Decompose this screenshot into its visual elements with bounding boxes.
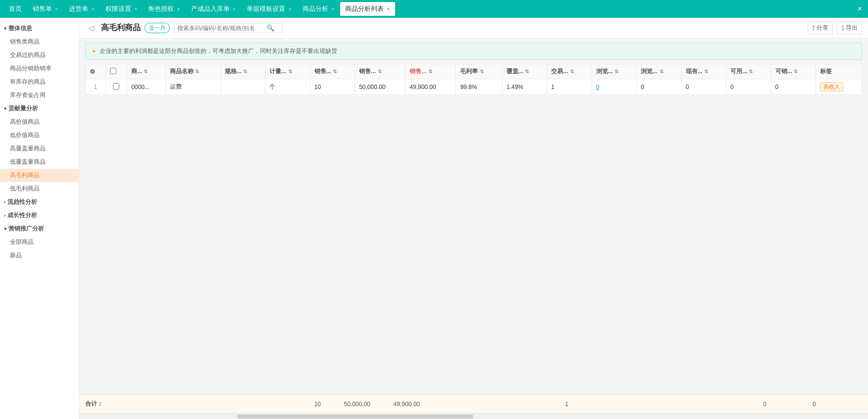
collapse-sidebar-button[interactable]: ◁ (85, 22, 97, 34)
col-unit[interactable]: 计量... ⇅ (265, 64, 310, 79)
search-icon[interactable]: 🔍 (266, 24, 274, 32)
products-table: ⚙ 商... ⇅ 商品名称 ⇅ 规格... ⇅ 计量... ⇅ 销售... ⇅ … (85, 64, 862, 95)
sidebar-section-trend[interactable]: › 流趋性分析 (0, 195, 79, 209)
sidebar-section-overall[interactable]: ▾ 整体信息 (0, 22, 79, 35)
horizontal-scrollbar[interactable] (79, 413, 868, 419)
col-spec[interactable]: 规格... ⇅ (220, 64, 265, 79)
tab-permission-settings[interactable]: 权限设置 × (101, 2, 142, 16)
sidebar-item-all-products[interactable]: 全部商品 (0, 235, 79, 249)
sidebar-item-low-value[interactable]: 低价值商品 (0, 129, 79, 142)
col-sales-amt[interactable]: 销售... ⇅ (355, 64, 406, 79)
col-settings[interactable]: ⚙ (86, 64, 106, 79)
tab-analysis-list[interactable]: 商品分析列表 × (340, 2, 395, 16)
row-name: 运费 (166, 79, 221, 95)
col-view2[interactable]: 浏览... ⇅ (637, 64, 681, 79)
header-actions: ⤴ 分享 ⤵ 导出 (808, 22, 862, 34)
sidebar-item-sales-products[interactable]: 销售类商品 (0, 35, 79, 48)
row-code: 0000... (127, 79, 166, 95)
tab-sales-order[interactable]: 销售单 × (28, 2, 63, 16)
table-row: 1 0000... 运费 个 10 50,000.00 49,900.00 99… (86, 79, 862, 95)
period-filter-button[interactable]: 近一月 (145, 23, 170, 33)
close-tab-template[interactable]: × (288, 6, 291, 12)
tab-purchase-order[interactable]: 进货单 × (64, 2, 99, 16)
row-sales-amt: 50,000.00 (355, 79, 406, 95)
tab-role-auth[interactable]: 角色授权 × (143, 2, 185, 16)
content-header: ◁ 高毛利商品 近一月 🔍 ⤴ 分享 ⤵ 导出 (79, 18, 868, 39)
tab-home[interactable]: 首页 (4, 2, 27, 16)
top-navigation: 首页 销售单 × 进货单 × 权限设置 × 角色授权 × 产成品入库单 × 单据… (0, 0, 868, 18)
arrow-overall: ▾ (4, 26, 6, 31)
sidebar-section-contribution[interactable]: ▾ 贡献量分析 (0, 102, 79, 115)
sidebar-item-in-stock[interactable]: 有库存的商品 (0, 75, 79, 89)
sidebar-item-distribution-rate[interactable]: 商品分销助销率 (0, 62, 79, 75)
sidebar: ▾ 整体信息 销售类商品 交易过的商品 商品分销助销率 有库存的商品 库存资金占… (0, 18, 79, 419)
row-trade-count: 1 (547, 79, 592, 95)
arrow-contribution: ▾ (4, 106, 6, 111)
col-view1[interactable]: 浏览... ⇅ (592, 64, 636, 79)
row-spec (220, 79, 265, 95)
close-tab-permission[interactable]: × (134, 6, 137, 12)
row-stock-saleable: 0 (771, 79, 816, 95)
col-gross-margin[interactable]: 毛利率 ⇅ (456, 64, 502, 79)
sidebar-item-low-margin[interactable]: 低毛利商品 (0, 182, 79, 195)
close-tab-sales-order[interactable]: × (55, 6, 58, 12)
info-message: 企业的主要的利润都是这部分商品创造的，可考虑加大推广，同时关注库存是不要出现缺货 (100, 47, 337, 55)
export-button[interactable]: ⤵ 导出 (837, 22, 862, 34)
row-checkbox-cell[interactable] (105, 79, 127, 95)
search-input[interactable] (177, 25, 266, 32)
share-button[interactable]: ⤴ 分享 (808, 22, 833, 34)
row-view1[interactable]: 0 (592, 79, 636, 95)
col-tag[interactable]: 标签 (816, 64, 862, 79)
col-stock-current[interactable]: 现有... ⇅ (681, 64, 726, 79)
col-coverage[interactable]: 覆盖... ⇅ (502, 64, 547, 79)
sidebar-item-traded-products[interactable]: 交易过的商品 (0, 48, 79, 62)
col-stock-saleable[interactable]: 可销... ⇅ (771, 64, 816, 79)
row-view2: 0 (637, 79, 681, 95)
row-tag: 高收入 (816, 79, 862, 95)
search-box[interactable]: 🔍 (174, 23, 283, 33)
col-checkbox[interactable] (105, 64, 127, 79)
tab-product-analysis[interactable]: 商品分析 × (298, 2, 339, 16)
sidebar-item-high-margin[interactable]: 高毛利商品 (0, 169, 79, 182)
table-footer: 合计： 10 50,000.00 49,900.00 1 0 0 (79, 394, 868, 413)
footer-stock-saleable: 0 (776, 401, 816, 408)
col-name[interactable]: 商品名称 ⇅ (166, 64, 221, 79)
main-layout: ▾ 整体信息 销售类商品 交易过的商品 商品分销助销率 有库存的商品 库存资金占… (0, 18, 868, 419)
col-stock-available[interactable]: 可用... ⇅ (726, 64, 771, 79)
close-tab-purchase-order[interactable]: × (91, 6, 94, 12)
close-tab-analysis[interactable]: × (331, 6, 334, 12)
close-tab-product-inbound[interactable]: × (233, 6, 236, 12)
col-sales-qty[interactable]: 销售... ⇅ (310, 64, 355, 79)
close-tab-analysis-list[interactable]: × (387, 6, 390, 12)
content-area: ◁ 高毛利商品 近一月 🔍 ⤴ 分享 ⤵ 导出 ✦ 企业的主要的利润都是这部 (79, 18, 868, 419)
select-all-checkbox[interactable] (110, 68, 116, 74)
col-trade-count[interactable]: 交易... ⇅ (547, 64, 592, 79)
close-tab-role-auth[interactable]: × (177, 6, 180, 12)
footer-sales-qty: 10 (281, 401, 321, 408)
sidebar-item-new-products[interactable]: 新品 (0, 249, 79, 262)
table-container: ⚙ 商... ⇅ 商品名称 ⇅ 规格... ⇅ 计量... ⇅ 销售... ⇅ … (79, 64, 868, 394)
row-stock-available: 0 (726, 79, 771, 95)
sidebar-section-growth[interactable]: › 成长性分析 (0, 209, 79, 222)
row-gross-margin: 99.8% (456, 79, 502, 95)
sidebar-section-marketing[interactable]: ▾ 营销推广分析 (0, 222, 79, 235)
arrow-trend: › (4, 199, 5, 205)
sidebar-item-high-value[interactable]: 高价值商品 (0, 115, 79, 129)
scroll-thumb[interactable] (237, 415, 474, 419)
tab-product-inbound[interactable]: 产成品入库单 × (186, 2, 241, 16)
export-icon: ⤵ (841, 25, 844, 32)
col-sales-profit[interactable]: 销售... ⇅ (406, 64, 456, 79)
col-code[interactable]: 商... ⇅ (127, 64, 166, 79)
arrow-growth: › (4, 213, 5, 218)
sidebar-item-high-coverage[interactable]: 高覆盖量商品 (0, 142, 79, 155)
footer-trade-count: 1 (529, 401, 568, 408)
row-coverage: 1.49% (502, 79, 547, 95)
window-close-button[interactable]: × (856, 2, 864, 15)
sidebar-item-inventory-capital[interactable]: 库存资金占用 (0, 89, 79, 102)
footer-sales-profit: 49,900.00 (380, 401, 420, 408)
row-number: 1 (86, 79, 106, 95)
info-banner: ✦ 企业的主要的利润都是这部分商品创造的，可考虑加大推广，同时关注库存是不要出现… (85, 43, 862, 60)
tab-template-settings[interactable]: 单据模板设置 × (242, 2, 296, 16)
sidebar-item-low-coverage[interactable]: 低覆盖量商品 (0, 155, 79, 169)
row-checkbox[interactable] (113, 83, 119, 90)
